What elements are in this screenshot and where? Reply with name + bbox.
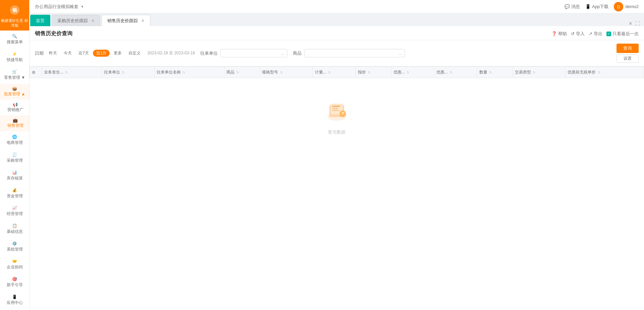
message-button[interactable]: 💬 消息 xyxy=(565,4,580,10)
import-icon: ↺ xyxy=(571,31,575,36)
counterpart-input-text xyxy=(223,50,268,56)
sort-icon: ⇅ xyxy=(407,70,409,74)
sidebar-item-label: 企业协同 xyxy=(7,264,23,270)
app-download-button[interactable]: 📱 App下载 xyxy=(585,4,608,10)
table-header-row: ⚙ 业务发生... ⇅ 往来单位 ⇅ 往来单位名称 ⇅ xyxy=(30,67,644,78)
dropdown-icon[interactable]: ▾ xyxy=(81,4,84,9)
avatar: D xyxy=(614,2,623,11)
date-tab-7days[interactable]: 近7天 xyxy=(76,50,92,57)
table-col-spec[interactable]: 规格型号 ⇅ xyxy=(260,67,313,78)
sidebar-item-inventory[interactable]: 📊 库存核算 xyxy=(0,167,29,185)
sidebar-item-sales-mgmt[interactable]: 💼 销售管理 xyxy=(0,115,29,131)
tab-purchase-label: 采购历史价跟踪 xyxy=(57,18,88,24)
table-col-counterpart-code[interactable]: 往来单位 ⇅ xyxy=(102,67,154,78)
gear-icon: ⚙️ xyxy=(12,241,17,246)
sidebar-item-ecom[interactable]: 🌐 电商管理 xyxy=(0,131,29,149)
sidebar-item-retail[interactable]: 🛒 零售管理 ▼ xyxy=(0,66,29,84)
fullscreen-button[interactable]: ⛶ xyxy=(635,21,640,26)
topbar: 办公用品行业模拟账套 ▾ 💬 消息 📱 App下载 D demo2 xyxy=(30,0,644,13)
sidebar-item-basic-info[interactable]: 📋 基础信息 xyxy=(0,220,29,238)
col-label: 交易类型 xyxy=(515,70,531,74)
sort-icon: ⇅ xyxy=(122,70,124,74)
query-buttons: 查询 设置 xyxy=(616,44,639,63)
sidebar-item-wechat[interactable]: 💬 企业微信 xyxy=(0,309,29,310)
lightning-icon: ⚡ xyxy=(12,52,17,56)
sidebar-item-quick-nav[interactable]: ⚡ 快捷导航 xyxy=(0,48,29,66)
sidebar-item-marketing[interactable]: 📢 营销推广 xyxy=(0,100,29,115)
counterpart-input[interactable]: ... xyxy=(220,49,287,57)
sidebar-item-system[interactable]: ⚙️ 系统管理 xyxy=(0,238,29,256)
page-header: 销售历史价查询 ❓ 帮助 ↺ 导入 ↗ 导出 只看最后一次 xyxy=(30,26,644,40)
sidebar-item-purchase[interactable]: 🧾 采购管理 xyxy=(0,149,29,167)
tab-home[interactable]: 首页 xyxy=(30,15,50,26)
date-tab-more[interactable]: 更多 xyxy=(111,50,124,57)
sidebar-item-app-center[interactable]: 📱 应用中心 xyxy=(0,291,29,309)
table-col-counterpart-name[interactable]: 往来单位名称 ⇅ xyxy=(154,67,224,78)
table-col-pretax-price[interactable]: 优惠前无税单价 ⇅ xyxy=(566,67,644,78)
query-button[interactable]: 查询 xyxy=(616,44,639,53)
sidebar-item-label: 资金管理 xyxy=(7,193,23,199)
table-col-biz-date[interactable]: 业务发生... ⇅ xyxy=(42,67,102,78)
svg-rect-8 xyxy=(332,108,338,109)
user-section: D demo2 xyxy=(614,2,639,11)
import-button[interactable]: ↺ 导入 xyxy=(571,31,585,37)
sort-icon: ⇅ xyxy=(533,70,535,74)
table-col-quantity[interactable]: 数量 ⇅ xyxy=(477,67,513,78)
table-col-discount2[interactable]: 优惠... ⇅ xyxy=(434,67,477,78)
money-icon: 💰 xyxy=(12,188,17,193)
date-tab-yesterday[interactable]: 昨天 xyxy=(46,50,60,57)
sidebar-item-enterprise[interactable]: 🤝 企业协同 xyxy=(0,256,29,273)
target-icon: 🎯 xyxy=(12,277,17,281)
sidebar-item-label: 库存核算 xyxy=(7,175,23,181)
col-label: 优惠... xyxy=(436,70,448,74)
tab-purchase-history[interactable]: 采购历史价跟踪 ✕ xyxy=(52,15,100,26)
message-icon: 💬 xyxy=(565,4,570,9)
settings-icon[interactable]: ⚙ xyxy=(32,70,36,75)
sidebar: 畅 畅捷通好生意 标准版 🔍 搜索菜单 ⚡ 快捷导航 🛒 零售管理 ▼ 📦 批发… xyxy=(0,0,30,310)
tab-purchase-close[interactable]: ✕ xyxy=(91,18,95,23)
table-col-unit[interactable]: 计量... ⇅ xyxy=(313,67,356,78)
date-tab-today[interactable]: 今天 xyxy=(61,50,74,57)
counterpart-label: 往来单位 xyxy=(200,50,218,56)
empty-icon: ? xyxy=(323,98,350,125)
main-area: 办公用品行业模拟账套 ▾ 💬 消息 📱 App下载 D demo2 首页 xyxy=(30,0,644,310)
sort-icon: ⇅ xyxy=(328,70,331,74)
export-label: 导出 xyxy=(594,31,602,37)
table-col-quote[interactable]: 报价 ⇅ xyxy=(356,67,391,78)
export-button[interactable]: ↗ 导出 xyxy=(589,31,602,37)
table-col-trade-type[interactable]: 交易类型 ⇅ xyxy=(513,67,566,78)
info-icon: 📋 xyxy=(12,223,17,228)
only-last-checkbox[interactable]: 只看最后一次 xyxy=(606,31,639,37)
tab-sales-history[interactable]: 销售历史价跟踪 ✕ xyxy=(102,15,150,26)
sidebar-item-label: 基础信息 xyxy=(7,229,23,235)
sidebar-item-label: 销售管理 xyxy=(7,123,23,128)
sort-icon: ⇅ xyxy=(280,70,283,74)
help-button[interactable]: ❓ 帮助 xyxy=(551,31,567,37)
col-label: 报价 xyxy=(358,70,366,74)
sidebar-item-wholesale[interactable]: 📦 批发管理 ▲ xyxy=(0,84,29,100)
product-filter-group: 商品 ... xyxy=(293,49,405,57)
tab-sales-close[interactable]: ✕ xyxy=(141,18,145,23)
sidebar-item-finance[interactable]: 💰 资金管理 xyxy=(0,185,29,202)
settings-button[interactable]: 设置 xyxy=(616,54,639,63)
table-col-discount1[interactable]: 优惠... ⇅ xyxy=(391,67,434,78)
product-label: 商品 xyxy=(293,50,302,56)
svg-text:?: ? xyxy=(341,111,344,116)
sort-icon: ⇅ xyxy=(182,70,185,74)
sidebar-item-operations[interactable]: 📈 经营管理 xyxy=(0,202,29,220)
date-tab-1month[interactable]: 近1月 xyxy=(93,50,110,57)
sidebar-item-label: 零售管理 ▼ xyxy=(4,75,25,81)
close-window-button[interactable]: ✕ xyxy=(629,21,633,26)
counterpart-dots: ... xyxy=(281,51,284,56)
product-input[interactable]: ... xyxy=(304,49,405,57)
table-col-product[interactable]: 商品 ⇅ xyxy=(224,67,260,78)
sidebar-item-guide[interactable]: 🎯 新手引导 xyxy=(0,273,29,291)
checkbox-icon xyxy=(606,32,611,36)
sidebar-item-search[interactable]: 🔍 搜索菜单 xyxy=(0,31,29,48)
sort-icon: ⇅ xyxy=(368,70,370,74)
sidebar-item-label: 应用中心 xyxy=(7,300,23,306)
import-label: 导入 xyxy=(576,31,585,37)
col-label: 数量 xyxy=(479,70,487,74)
date-tab-custom[interactable]: 自定义 xyxy=(126,50,143,57)
logo-icon: 畅 xyxy=(7,3,22,17)
